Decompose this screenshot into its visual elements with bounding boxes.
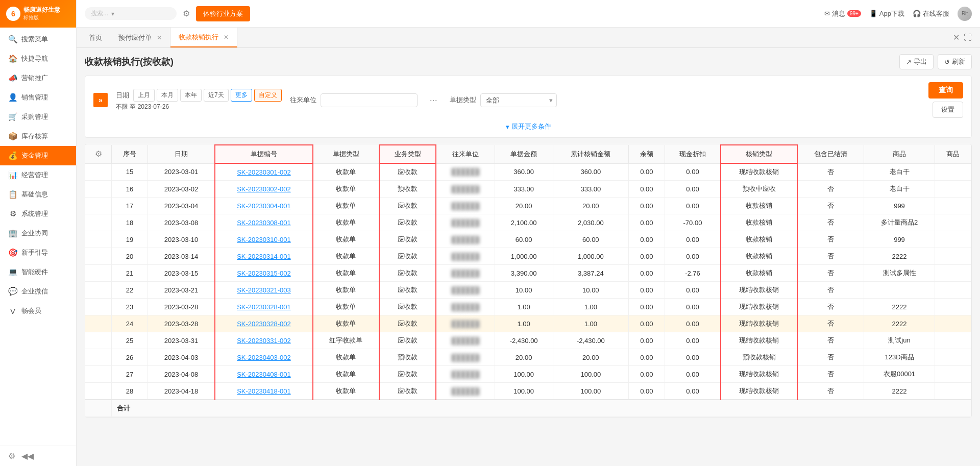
- tab-home[interactable]: 首页: [81, 28, 110, 47]
- tab-prepay[interactable]: 预付应付单 ✕: [110, 28, 170, 47]
- col-doc-no[interactable]: 单据编号: [215, 145, 312, 163]
- row-goods: 2222: [864, 383, 935, 400]
- sidebar-item-purchase[interactable]: 🛒 采购管理: [0, 107, 76, 127]
- row-include-cleared: 否: [797, 282, 864, 299]
- row-settings-cell: [85, 383, 112, 400]
- setting-button[interactable]: 设置: [933, 102, 963, 118]
- row-date: 2023-04-08: [148, 366, 215, 383]
- row-partner: ██████: [436, 181, 495, 198]
- row-balance: 0.00: [629, 366, 665, 383]
- row-doc-no[interactable]: SK-20230304-001: [215, 198, 312, 214]
- col-settings[interactable]: ⚙: [85, 145, 112, 163]
- query-button[interactable]: 查询: [928, 82, 963, 99]
- sidebar-item-search[interactable]: 🔍 搜索菜单: [0, 30, 76, 49]
- date-btn-thisyear[interactable]: 本年: [180, 89, 202, 102]
- row-doc-no[interactable]: SK-20230321-003: [215, 282, 312, 299]
- sidebar-item-quicknav[interactable]: 🏠 快捷导航: [0, 49, 76, 68]
- header-gear-icon[interactable]: ⚙: [183, 9, 190, 18]
- row-accum-amount: 20.00: [553, 198, 629, 214]
- col-biz-type[interactable]: 业务类型: [379, 145, 436, 163]
- tab-prepay-close-icon[interactable]: ✕: [157, 34, 162, 41]
- row-doc-no[interactable]: SK-20230301-002: [215, 163, 312, 181]
- table-settings-button[interactable]: ⚙: [95, 149, 102, 159]
- app-download-button[interactable]: 📱 App下载: [869, 9, 904, 18]
- sidebar-item-basic[interactable]: 📋 基础信息: [0, 185, 76, 204]
- partner-input[interactable]: [321, 93, 418, 107]
- online-service-button[interactable]: 🎧 在线客服: [913, 9, 949, 18]
- partner-filter: 往来单位: [290, 93, 418, 107]
- row-doc-no[interactable]: SK-20230314-001: [215, 248, 312, 265]
- doctype-label: 单据类型: [450, 95, 476, 105]
- row-no: 27: [112, 366, 148, 383]
- row-doc-no[interactable]: SK-20230331-002: [215, 332, 312, 349]
- sidebar-item-member[interactable]: V 畅会员: [0, 301, 76, 321]
- tab-expand-icon[interactable]: ⛶: [964, 33, 972, 42]
- filter-expand-button[interactable]: »: [93, 93, 108, 107]
- sidebar-item-system[interactable]: ⚙ 系统管理: [0, 204, 76, 224]
- row-doc-no[interactable]: SK-20230418-001: [215, 383, 312, 400]
- date-btn-thismonth[interactable]: 本月: [157, 89, 178, 102]
- table-scroll[interactable]: ⚙ 序号 日期 单据编号 单据类型 业务类型 往来单位 单据金额 累计核销金额 …: [85, 144, 971, 417]
- row-accum-amount: 333.00: [553, 181, 629, 198]
- tab-collect-close-icon[interactable]: ✕: [224, 34, 229, 41]
- col-no: 序号: [112, 145, 148, 163]
- tab-close-all-icon[interactable]: ✕: [953, 33, 960, 42]
- date-btn-more[interactable]: 更多: [231, 89, 252, 102]
- sidebar-item-inventory[interactable]: 📦 库存核算: [0, 127, 76, 146]
- header-search[interactable]: 搜索... ▾: [85, 7, 177, 20]
- date-btn-lastmonth[interactable]: 上月: [133, 89, 155, 102]
- row-no: 23: [112, 299, 148, 315]
- row-doc-no[interactable]: SK-20230302-002: [215, 181, 312, 198]
- sidebar-item-wechat[interactable]: 💬 企业微信: [0, 282, 76, 301]
- row-doc-amount: 100.00: [495, 366, 553, 383]
- row-doc-no[interactable]: SK-20230328-002: [215, 315, 312, 332]
- user-avatar[interactable]: Rit: [958, 7, 972, 21]
- doctype-select[interactable]: 全部 收款单 红字收款单: [480, 93, 557, 107]
- date-btn-7days[interactable]: 近7天: [204, 89, 229, 102]
- row-verify-type: 收款核销: [721, 198, 797, 214]
- row-doc-no[interactable]: SK-20230408-001: [215, 366, 312, 383]
- date-btn-custom[interactable]: 自定义: [254, 89, 282, 102]
- message-icon: ✉: [824, 10, 830, 17]
- row-include-cleared: 否: [797, 383, 864, 400]
- sidebar-item-corp[interactable]: 🏢 企业协同: [0, 224, 76, 243]
- row-include-cleared: 否: [797, 366, 864, 383]
- sidebar-item-marketing[interactable]: 📣 营销推广: [0, 68, 76, 88]
- message-button[interactable]: ✉ 消息 99+: [824, 9, 861, 18]
- row-doc-no[interactable]: SK-20230315-002: [215, 265, 312, 282]
- row-no: 18: [112, 214, 148, 231]
- sidebar-item-sales[interactable]: 👤 销售管理: [0, 88, 76, 107]
- row-doc-no[interactable]: SK-20230328-001: [215, 299, 312, 315]
- settings-footer-icon[interactable]: ⚙: [8, 451, 15, 461]
- row-settings-cell: [85, 366, 112, 383]
- row-no: 26: [112, 349, 148, 366]
- sidebar-item-finance[interactable]: 💰 资金管理: [0, 146, 76, 165]
- sidebar-item-guide[interactable]: 🎯 新手引导: [0, 243, 76, 262]
- expand-more-button[interactable]: ▾ 展开更多条件: [506, 122, 551, 131]
- row-cash-discount: -70.00: [665, 214, 721, 231]
- refresh-button[interactable]: ↺ 刷新: [938, 54, 972, 69]
- logo-icon: 6: [6, 7, 20, 21]
- row-doc-amount: 3,390.00: [495, 265, 553, 282]
- date-label: 日期: [116, 91, 129, 100]
- collapse-icon[interactable]: ◀◀: [21, 451, 34, 461]
- row-doc-no[interactable]: SK-20230308-001: [215, 214, 312, 231]
- row-doc-no[interactable]: SK-20230403-002: [215, 349, 312, 366]
- tab-collect[interactable]: 收款核销执行 ✕: [170, 28, 237, 47]
- row-doc-amount: 1,000.00: [495, 248, 553, 265]
- industry-solution-button[interactable]: 体验行业方案: [196, 6, 250, 21]
- sidebar-item-operations[interactable]: 📊 经营管理: [0, 165, 76, 185]
- sidebar-item-hardware[interactable]: 💻 智能硬件: [0, 262, 76, 282]
- row-date: 2023-04-18: [148, 383, 215, 400]
- date-range-display: 不限 至 2023-07-26: [116, 103, 282, 111]
- row-settings-cell: [85, 198, 112, 214]
- row-include-cleared: 否: [797, 265, 864, 282]
- row-balance: 0.00: [629, 163, 665, 181]
- row-goods2: [935, 349, 971, 366]
- row-doc-type: 收款单: [313, 231, 380, 248]
- row-doc-no[interactable]: SK-20230310-001: [215, 231, 312, 248]
- export-button[interactable]: ↗ 导出: [899, 54, 934, 69]
- col-verify-type[interactable]: 核销类型: [721, 145, 797, 163]
- row-accum-amount: 100.00: [553, 366, 629, 383]
- marketing-icon: 📣: [8, 73, 17, 83]
